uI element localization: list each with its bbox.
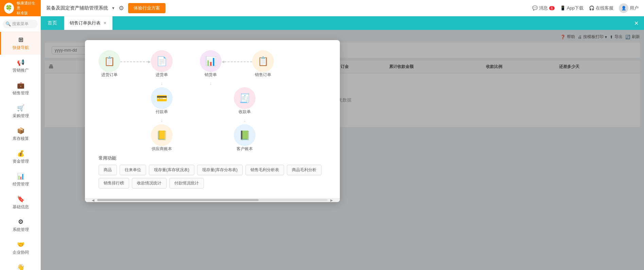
scrollbar-thumb <box>97 199 259 201</box>
func-btn-sales-profit[interactable]: 销售毛利分析表 <box>245 165 284 175</box>
modal-box: 📋 进货订单 ▶ <box>85 40 340 202</box>
modal-overlay: 📋 进货订单 ▶ <box>41 30 644 270</box>
sidebar-item-operations[interactable]: 📊 经营管理 <box>0 168 40 191</box>
tab-bar-close-icon[interactable]: ✕ <box>634 20 639 26</box>
sidebar-item-purchase[interactable]: 🛒 采购管理 <box>0 100 40 123</box>
sidebar-item-enterprise[interactable]: 🤝 企业协同 <box>0 237 40 259</box>
settings-icon[interactable]: ⚙ <box>119 4 124 12</box>
logo-area: 🍀 畅康通好生意 标准版 <box>0 0 41 16</box>
purchase-order-label: 进货订单 <box>101 72 118 78</box>
node-purchase-order[interactable]: 📋 进货订单 <box>99 50 120 78</box>
user-menu[interactable]: 👤 用户 <box>619 3 639 13</box>
sidebar-item-sales[interactable]: 💼 销售管理 <box>0 77 40 100</box>
scroll-left-icon[interactable]: ◀ <box>92 198 94 202</box>
tab-close-icon[interactable]: ✕ <box>103 21 107 25</box>
marketing-label: 营销推广 <box>13 68 29 73</box>
node-receipt[interactable]: 🧾 收款单 <box>234 87 256 115</box>
tab-bar: 首页 销售订单执行表 ✕ ✕ <box>41 16 644 30</box>
node-payment[interactable]: 💳 付款单 <box>151 87 173 115</box>
avatar: 👤 <box>619 3 628 13</box>
message-badge: 6 <box>549 6 555 10</box>
sidebar-item-system[interactable]: ⚙ 系统管理 <box>0 214 40 237</box>
finance-icon: 💰 <box>17 150 24 157</box>
sidebar-item-newbie[interactable]: 👋 新手引导 <box>0 259 40 270</box>
arrow-down-4: ↓ <box>234 118 256 123</box>
payment-label: 付款单 <box>156 109 168 115</box>
system-title: 装备及固定资产辅助管理系统 <box>46 5 108 11</box>
sidebar-item-basics[interactable]: 🔖 基础信息 <box>0 191 40 214</box>
purchase-bill-icon: 📄 <box>156 56 167 67</box>
func-btn-product-profit[interactable]: 商品毛利分析 <box>287 165 321 175</box>
sidebar-item-inventory[interactable]: 📦 库存核算 <box>0 123 40 146</box>
purchase-order-icon: 📋 <box>104 56 115 67</box>
sales-label: 销售管理 <box>13 90 29 96</box>
spacer-3 <box>173 80 200 86</box>
common-functions: 常用功能 商品 往来单位 现存量(库存状况表) 现存量(库存分布表) 销售毛利分… <box>99 155 326 188</box>
arrow-down-3: ↓ <box>151 118 173 123</box>
supplier-ledger-icon: 📒 <box>156 130 167 141</box>
search-icon: 🔍 <box>5 21 11 26</box>
sales-icon: 💼 <box>17 82 24 89</box>
node-supplier-ledger[interactable]: 📒 供应商账本 <box>151 124 173 152</box>
search-input-area[interactable]: 🔍 搜索菜单 <box>3 20 38 28</box>
sales-bill-label: 销货单 <box>205 72 217 78</box>
tab-home[interactable]: 首页 <box>41 16 64 30</box>
enterprise-icon: 🤝 <box>17 241 24 248</box>
func-buttons-row2: 销售排行榜 收款情况统计 付款情况统计 <box>99 178 326 188</box>
payment-icon: 💳 <box>156 93 167 104</box>
system-label: 系统管理 <box>13 227 29 233</box>
message-icon: 💬 <box>532 5 538 11</box>
node-sales-bill[interactable]: 📊 销货单 <box>200 50 222 78</box>
operations-label: 经营管理 <box>13 181 29 187</box>
finance-label: 资金管理 <box>13 159 29 164</box>
modal-content: 📋 进货订单 ▶ <box>85 40 340 198</box>
tab-sales-order[interactable]: 销售订单执行表 ✕ <box>64 16 112 30</box>
enterprise-label: 企业协同 <box>13 250 29 255</box>
receipt-label: 收款单 <box>239 109 251 115</box>
marketing-icon: 📢 <box>17 59 24 66</box>
customer-ledger-label: 客户账本 <box>237 146 253 152</box>
func-btn-product[interactable]: 商品 <box>99 165 117 175</box>
app-download-button[interactable]: 📱 App下载 <box>560 5 584 11</box>
basics-label: 基础信息 <box>13 204 29 210</box>
page-content: ❓ 帮助 🖨 按模板打印 ▾ ⬆ 导出 🔄 刷新 <box>41 30 644 270</box>
receipt-icon: 🧾 <box>239 93 250 104</box>
func-btn-stock-dist[interactable]: 现存量(库存分布表) <box>197 165 243 175</box>
sales-order-icon: 📋 <box>258 56 268 67</box>
sidebar: 🔍 搜索菜单 ⊞ 快捷导航 📢 营销推广 💼 销售管理 🛒 采购管理 📦 库存核… <box>0 16 41 270</box>
arrow-2: ◀ <box>222 60 252 64</box>
node-purchase-bill[interactable]: 📄 进货单 <box>151 50 173 78</box>
newbie-icon: 👋 <box>17 264 24 270</box>
message-button[interactable]: 💬 消息 6 <box>532 5 555 11</box>
sidebar-item-marketing[interactable]: 📢 营销推广 <box>0 55 40 77</box>
sidebar-item-quick-nav[interactable]: ⊞ 快捷导航 <box>0 32 40 55</box>
customer-ledger-icon: 📗 <box>239 130 250 141</box>
func-btn-stock-status[interactable]: 现存量(库存状况表) <box>149 165 194 175</box>
spacer-4 <box>222 80 252 86</box>
sidebar-search[interactable]: 🔍 搜索菜单 <box>0 16 40 32</box>
func-btn-payment-stats[interactable]: 付款情况统计 <box>169 178 204 188</box>
sidebar-item-finance[interactable]: 💰 资金管理 <box>0 146 40 168</box>
node-customer-ledger[interactable]: 📗 客户账本 <box>234 124 256 152</box>
node-sales-order[interactable]: 📋 销售订单 <box>252 50 274 78</box>
arrows-down-row-2: ↓ ↓ <box>151 118 326 123</box>
common-functions-title: 常用功能 <box>99 155 326 161</box>
inventory-icon: 📦 <box>17 127 24 134</box>
func-btn-sales-rank[interactable]: 销售排行榜 <box>99 178 129 188</box>
dropdown-icon[interactable]: ▾ <box>112 5 115 11</box>
sales-bill-icon: 📊 <box>205 56 216 67</box>
spacer-2 <box>120 80 151 86</box>
scroll-right-icon[interactable]: ▶ <box>330 198 333 202</box>
scrollbar-track[interactable] <box>97 199 328 201</box>
spacer-7 <box>173 118 234 123</box>
func-btn-partner[interactable]: 往来单位 <box>120 165 146 175</box>
purchase-label: 采购管理 <box>13 113 29 119</box>
trial-button[interactable]: 体验行业方案 <box>128 3 166 13</box>
spacer-1 <box>99 80 120 86</box>
purchase-bill-label: 进货单 <box>156 72 168 78</box>
customer-service-button[interactable]: 🎧 在线客服 <box>589 5 613 11</box>
header-right: 💬 消息 6 📱 App下载 🎧 在线客服 👤 用户 <box>532 3 639 13</box>
logo-icon: 🍀 <box>4 3 14 14</box>
flow-row-2: 💳 付款单 🧾 收款单 <box>151 87 326 115</box>
func-btn-receipt-stats[interactable]: 收款情况统计 <box>132 178 167 188</box>
